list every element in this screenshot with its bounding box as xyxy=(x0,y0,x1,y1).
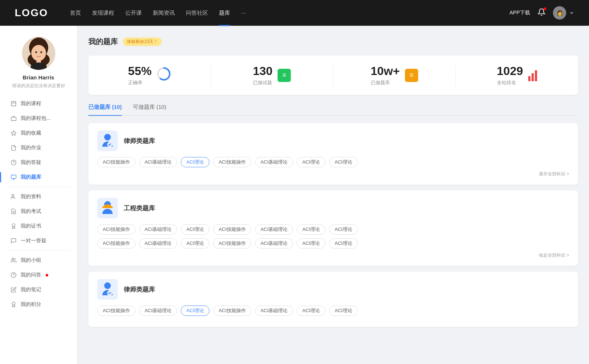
main-content: 我的题库 体验剩余23天！ 55% 正确率 130 xyxy=(77,26,589,364)
sidebar-item-label-favorites: 我的收藏 xyxy=(21,130,41,136)
tag-1-4[interactable]: ACI基础理论 xyxy=(255,224,293,235)
sidebar-item-myqa[interactable]: 我的问答 xyxy=(0,268,77,282)
bank-card-1-header: 工程类题库 xyxy=(97,198,569,218)
bank-card-2-header: 律师类题库 xyxy=(97,279,569,300)
tab-available-banks[interactable]: 可做题库 (10) xyxy=(133,104,166,115)
tag-1-12[interactable]: ACI理论 xyxy=(297,238,325,249)
tag-2-5[interactable]: ACI理论 xyxy=(297,306,325,316)
tag-2-4[interactable]: ACI基础理论 xyxy=(255,306,293,316)
tag-1-8[interactable]: ACI基础理论 xyxy=(139,238,177,249)
tag-2-3[interactable]: ACI技能操作 xyxy=(213,306,251,316)
nav-menu: 首页 发现课程 公开课 新闻资讯 问答社区 题库 ··· xyxy=(70,8,509,18)
engineer-icon xyxy=(97,198,118,218)
tag-1-5[interactable]: ACI理论 xyxy=(297,224,325,235)
sidebar-item-one-to-one[interactable]: 一对一答疑 xyxy=(0,233,77,248)
lawyer-icon-2 xyxy=(97,279,118,300)
sidebar-item-notes[interactable]: 我的笔记 xyxy=(0,282,77,297)
tag-0-4[interactable]: ACI基础理论 xyxy=(255,157,293,167)
tag-1-1[interactable]: ACI基础理论 xyxy=(139,224,177,235)
sidebar-item-pkg[interactable]: 我的课程包... xyxy=(0,111,77,126)
main-layout: Brian Harris 错误的决定比没有决定要好 我的课程 我的课程包... … xyxy=(0,26,589,364)
sidebar-item-profile[interactable]: 我的资料 xyxy=(0,189,77,204)
sidebar-item-favorites[interactable]: 我的收藏 xyxy=(0,126,77,140)
nav-news[interactable]: 新闻资讯 xyxy=(153,8,175,18)
bank-card-1-expand[interactable]: 收起全部科目 > xyxy=(97,252,569,258)
tag-2-0[interactable]: ACI技能操作 xyxy=(97,306,135,316)
profile-icon xyxy=(10,193,17,200)
sidebar-item-exam[interactable]: 我的考试 xyxy=(0,204,77,219)
tag-0-5[interactable]: ACI理论 xyxy=(297,157,325,167)
nav-more[interactable]: ··· xyxy=(241,8,246,18)
tag-1-3[interactable]: ACI技能操作 xyxy=(213,224,251,235)
bank-card-0-icon xyxy=(97,131,118,151)
sidebar-divider-1 xyxy=(7,187,70,187)
user-avatar-nav[interactable]: 👩 xyxy=(553,6,574,19)
sidebar-item-cert[interactable]: 我的证书 xyxy=(0,219,77,233)
sidebar-item-label-group: 我的小组 xyxy=(21,257,41,264)
qa-icon xyxy=(10,159,17,166)
sidebar-item-bank[interactable]: 我的题库 xyxy=(0,170,77,185)
tag-2-1[interactable]: ACI基础理论 xyxy=(139,306,177,316)
stat-accuracy: 55% 正确率 xyxy=(88,64,211,86)
stat-accuracy-value: 55% xyxy=(128,64,152,78)
nav-open-course[interactable]: 公开课 xyxy=(125,8,142,18)
tag-1-11[interactable]: ACI基础理论 xyxy=(255,238,293,249)
bank-card-2: 律师类题库 ACI技能操作 ACI基础理论 ACI理论 ACI技能操作 ACI基… xyxy=(88,272,578,327)
avatar-svg xyxy=(22,37,55,70)
bank-card-2-icon xyxy=(97,279,118,300)
tag-1-9[interactable]: ACI理论 xyxy=(181,238,209,249)
tag-1-10[interactable]: ACI技能操作 xyxy=(213,238,251,249)
tag-1-7[interactable]: ACI技能操作 xyxy=(97,238,135,249)
sidebar-item-label-points: 我的积分 xyxy=(21,301,41,308)
sidebar-item-label-pkg: 我的课程包... xyxy=(21,115,51,122)
nav-home[interactable]: 首页 xyxy=(70,8,81,18)
notification-dot xyxy=(543,7,546,10)
sidebar-item-qa[interactable]: 我的答疑 xyxy=(0,155,77,170)
nav-discover[interactable]: 发现课程 xyxy=(92,8,114,18)
stat-rank: 1029 全站排名 xyxy=(456,64,578,86)
trial-badge: 体验剩余23天！ xyxy=(123,38,162,46)
accuracy-icon xyxy=(157,67,171,83)
nav-bank[interactable]: 题库 xyxy=(219,8,230,18)
tag-0-2[interactable]: ACI理论 xyxy=(181,157,209,167)
tag-0-1[interactable]: ACI基础理论 xyxy=(139,157,177,167)
rank-icon xyxy=(528,69,537,81)
svg-rect-14 xyxy=(11,175,16,178)
bank-card-1-title: 工程类题库 xyxy=(124,204,155,213)
app-download-button[interactable]: APP下载 xyxy=(509,10,530,16)
bank-card-0-header: 律师类题库 xyxy=(97,131,569,151)
star-icon xyxy=(10,130,17,136)
tag-2-2[interactable]: ACI理论 xyxy=(181,306,209,316)
svg-point-24 xyxy=(12,302,15,305)
lawyer-icon xyxy=(97,131,118,151)
bank-card-0-expand[interactable]: 展开全部科目 > xyxy=(97,171,569,177)
svg-point-34 xyxy=(104,282,111,289)
tag-1-2[interactable]: ACI理论 xyxy=(181,224,209,235)
tag-0-6[interactable]: ACI理论 xyxy=(329,157,358,167)
bank-tabs: 已做题库 (10) 可做题库 (10) xyxy=(88,104,578,116)
tag-1-13[interactable]: ACI理论 xyxy=(329,238,358,249)
sidebar-item-label-homework: 我的作业 xyxy=(21,144,41,151)
sidebar-item-group[interactable]: 我的小组 xyxy=(0,253,77,268)
tag-1-0[interactable]: ACI技能操作 xyxy=(97,224,135,235)
notification-bell[interactable] xyxy=(537,8,546,18)
stat-done-value: 130 xyxy=(253,64,272,78)
done-banks-icon: ≡ xyxy=(405,69,418,82)
sidebar-item-homework[interactable]: 我的作业 xyxy=(0,140,77,155)
nav-qa[interactable]: 问答社区 xyxy=(186,8,208,18)
oneone-icon xyxy=(10,238,17,244)
exam-icon xyxy=(10,208,17,215)
navbar-right: APP下载 👩 xyxy=(509,6,574,19)
tag-2-6[interactable]: ACI理论 xyxy=(329,306,358,316)
sidebar-item-points[interactable]: 我的积分 xyxy=(0,297,77,312)
tab-done-banks[interactable]: 已做题库 (10) xyxy=(88,104,122,115)
tag-1-6[interactable]: ACI理论 xyxy=(329,224,358,235)
tag-0-0[interactable]: ACI技能操作 xyxy=(97,157,135,167)
sidebar-item-courses[interactable]: 我的课程 xyxy=(0,96,77,111)
svg-rect-33 xyxy=(97,279,118,300)
tag-0-3[interactable]: ACI技能操作 xyxy=(213,157,251,167)
svg-point-20 xyxy=(12,224,15,226)
stat-done-banks-content: 10w+ 已做题库 xyxy=(371,64,400,86)
stat-accuracy-content: 55% 正确率 xyxy=(128,64,152,86)
svg-rect-8 xyxy=(11,101,16,106)
